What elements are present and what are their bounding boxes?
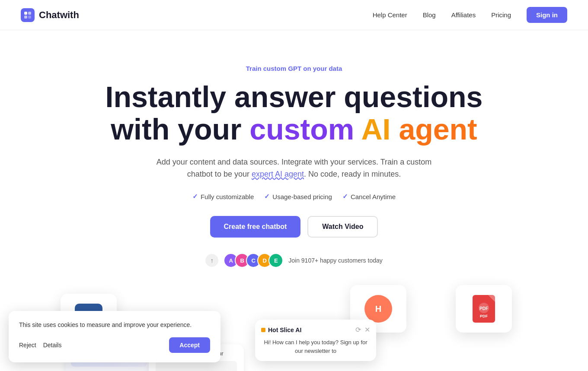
signin-button[interactable]: Sign in: [527, 7, 567, 23]
chat-bubble-header: Hot Slice AI ⟳ ✕: [261, 326, 370, 334]
avatars: A B C D E: [224, 253, 283, 268]
watch-video-button[interactable]: Watch Video: [307, 216, 378, 238]
refresh-icon[interactable]: ⟳: [355, 326, 361, 334]
pdf-card: PDF PDF: [456, 285, 512, 333]
nav-blog[interactable]: Blog: [423, 11, 436, 19]
cookie-text: This site uses cookies to measure and im…: [19, 320, 210, 330]
nav-links: Help Center Blog Affiliates Pricing Sign…: [373, 7, 567, 23]
cookie-reject-button[interactable]: Reject: [19, 342, 36, 349]
check-mark-3: ✓: [342, 193, 348, 200]
hero-eyebrow: Train custom GPT on your data: [246, 65, 342, 72]
check-item-2: ✓ Usage-based pricing: [264, 193, 332, 200]
brand-name: Chatwith: [39, 10, 79, 21]
social-proof-text: Join 9107+ happy customers today: [288, 257, 383, 264]
cookie-accept-button[interactable]: Accept: [169, 337, 210, 353]
social-proof: ↑ A B C D E Join 9107+ happy customers t…: [205, 253, 383, 268]
check-label-1: Fully customizable: [201, 193, 254, 200]
logo[interactable]: Chatwith: [21, 8, 79, 22]
pdf-adobe-icon: PDF: [478, 302, 490, 314]
navbar: Chatwith Help Center Blog Affiliates Pri…: [0, 0, 588, 30]
create-chatbot-button[interactable]: Create free chatbot: [210, 216, 301, 238]
hero-title-custom: custom: [249, 113, 354, 146]
nav-affiliates[interactable]: Affiliates: [451, 11, 476, 19]
chat-bubble-name: Hot Slice AI: [261, 327, 301, 333]
check-mark-2: ✓: [264, 193, 270, 200]
svg-text:PDF: PDF: [479, 306, 488, 311]
check-mark-1: ✓: [192, 193, 198, 200]
chat-bubble-card: Hot Slice AI ⟳ ✕ Hi! How can I help you …: [255, 320, 376, 361]
hero-title-line1: Instantly answer questions: [105, 80, 483, 113]
hero-title: Instantly answer questions with your cus…: [105, 81, 483, 146]
svg-rect-1: [28, 12, 31, 15]
hubspot-icon: H: [364, 295, 392, 323]
svg-rect-3: [28, 16, 31, 19]
check-label-2: Usage-based pricing: [272, 193, 332, 200]
check-item-1: ✓ Fully customizable: [192, 193, 254, 200]
hero-buttons: Create free chatbot Watch Video: [210, 216, 378, 238]
chat-dot-icon: [261, 328, 265, 332]
svg-rect-2: [24, 16, 27, 19]
hero-subtitle-suffix: . No code, ready in minutes.: [304, 170, 401, 178]
avatar-5: E: [268, 253, 283, 268]
share-icon: ↑: [205, 254, 218, 267]
nav-help-center[interactable]: Help Center: [373, 11, 407, 19]
hero-title-ai: AI: [354, 113, 390, 146]
hero-checks: ✓ Fully customizable ✓ Usage-based prici…: [192, 193, 396, 200]
hero-title-agent: agent: [391, 113, 477, 146]
pdf-label: PDF: [480, 314, 488, 318]
cookie-banner: This site uses cookies to measure and im…: [9, 311, 220, 362]
chat-bubble-message: Hi! How can I help you today? Sign up fo…: [261, 338, 370, 355]
hero-subtitle: Add your content and data sources. Integ…: [156, 156, 432, 181]
chat-name-text: Hot Slice AI: [268, 327, 301, 333]
chat-msg-text: Hi! How can I help you today? Sign up fo…: [264, 339, 367, 354]
svg-text:H: H: [375, 304, 381, 314]
check-label-3: Cancel Anytime: [351, 193, 396, 200]
close-icon[interactable]: ✕: [364, 326, 370, 334]
check-item-3: ✓ Cancel Anytime: [342, 193, 396, 200]
hero-title-line2-prefix: with your: [111, 113, 249, 146]
svg-rect-0: [24, 12, 27, 15]
hero-subtitle-link[interactable]: expert AI agent: [252, 170, 304, 178]
cookie-actions: Reject Details Accept: [19, 337, 210, 353]
nav-pricing[interactable]: Pricing: [491, 11, 511, 19]
chat-bubble-actions: ⟳ ✕: [355, 326, 370, 334]
logo-icon: [21, 8, 35, 22]
cookie-details-button[interactable]: Details: [43, 342, 62, 349]
